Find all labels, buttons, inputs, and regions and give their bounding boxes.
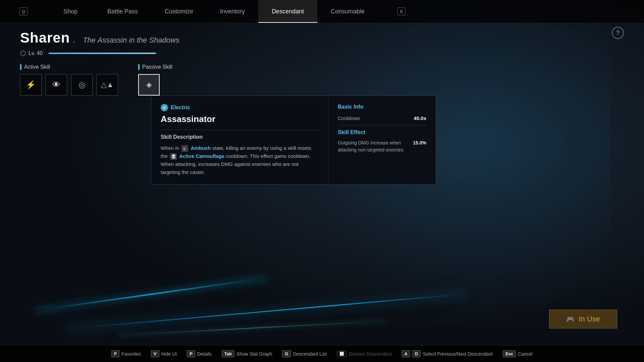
cooldown-value: 45.0s xyxy=(414,115,426,121)
prev-next-label: Select Previous/Next Descendant xyxy=(423,351,493,357)
element-icon: ⚡ xyxy=(161,104,168,111)
in-use-icon: 🎮 xyxy=(566,315,575,323)
dismiss-label: Dismiss Descendant xyxy=(349,351,392,357)
camouflage-highlight: Active Camouflage xyxy=(179,153,224,159)
bottom-stat-graph[interactable]: Tab Show Stat Graph xyxy=(222,350,272,357)
basic-info-title: Basic Info xyxy=(338,104,426,110)
level-progress-fill xyxy=(49,53,156,54)
nav-key-left: Q xyxy=(0,0,47,23)
prev-next-key-2: D xyxy=(412,350,421,357)
desc-before-ambush: When in xyxy=(161,145,179,151)
hide-ui-key: V xyxy=(151,350,159,357)
character-title: The Assassin in the Shadows xyxy=(83,36,179,45)
stat-graph-key: Tab xyxy=(222,350,234,357)
active-skill-group: Active Skill ⚡ 👁 ◎ △▲ xyxy=(20,64,118,96)
character-header: Sharen . The Assassin in the Shadows ⬡ L… xyxy=(0,23,644,61)
passive-skill-group: Passive Skill ◈ xyxy=(138,64,172,96)
details-key: P xyxy=(187,350,195,357)
nav-consumable[interactable]: Consumable xyxy=(317,0,378,23)
cooldown-label: Cooldown xyxy=(338,115,360,121)
ambush-highlight: Ambush xyxy=(191,145,211,151)
effect-value: 15.0% xyxy=(413,139,426,154)
bottom-prev-next[interactable]: A D Select Previous/Next Descendant xyxy=(402,350,493,357)
tooltip-right: Basic Info Cooldown 45.0s Skill Effect O… xyxy=(328,96,436,184)
tooltip-divider-2 xyxy=(338,125,426,125)
descendant-list-label: Descendant List xyxy=(293,351,327,357)
active-skill-icons: ⚡ 👁 ◎ △▲ xyxy=(20,74,118,96)
descendant-list-key: G xyxy=(282,350,291,357)
bottom-hide-ui[interactable]: V Hide UI xyxy=(151,350,177,357)
favorites-label: Favorites xyxy=(121,351,141,357)
tooltip-desc-title: Skill Description xyxy=(161,134,319,140)
help-button[interactable]: ? xyxy=(612,27,624,39)
in-use-button[interactable]: 🎮 In Use xyxy=(549,310,617,328)
nav-key-right: E xyxy=(378,0,425,23)
bottom-favorites[interactable]: F Favorites xyxy=(111,350,141,357)
cooldown-row: Cooldown 45.0s xyxy=(338,115,426,121)
skill-tooltip-panel: ⚡ Electric Assassinator Skill Descriptio… xyxy=(151,96,436,185)
level-icon: ⬡ xyxy=(20,49,26,57)
cancel-key: Esc xyxy=(503,350,516,357)
tooltip-divider-1 xyxy=(161,130,319,130)
nav-shop[interactable]: Shop xyxy=(47,0,94,23)
camouflage-icon: 💀 xyxy=(170,153,177,160)
passive-skill-1[interactable]: ◈ xyxy=(138,74,160,96)
nav-customize[interactable]: Customize xyxy=(151,0,207,23)
element-name: Electric xyxy=(171,105,190,111)
active-skill-3[interactable]: ◎ xyxy=(71,74,93,96)
skills-section: Active Skill ⚡ 👁 ◎ △▲ Passive Skill ◈ xyxy=(0,61,644,99)
effect-row: Outgoing DMG Increase when attacking non… xyxy=(338,139,426,154)
favorites-key: F xyxy=(111,350,119,357)
bottom-bar: F Favorites V Hide UI P Details Tab Show… xyxy=(0,345,644,362)
bottom-cancel[interactable]: Esc Cancel xyxy=(503,350,533,357)
hide-ui-label: Hide UI xyxy=(161,351,177,357)
nav-descendant[interactable]: Descendant xyxy=(258,0,317,23)
level-progress-bar xyxy=(49,53,156,54)
nav-inventory[interactable]: Inventory xyxy=(207,0,258,23)
tooltip-skill-name: Assassinator xyxy=(161,114,319,124)
character-level: ⬡ Lv. 40 xyxy=(20,49,624,57)
level-label: Lv. 40 xyxy=(29,50,43,56)
e-key: E xyxy=(397,7,406,15)
ambush-icon: 🦅 xyxy=(181,145,188,152)
tooltip-desc-text: When in 🦅 Ambush state, killing an enemy… xyxy=(161,144,319,176)
stat-graph-label: Show Stat Graph xyxy=(236,351,272,357)
nav-battle-pass[interactable]: Battle Pass xyxy=(94,0,151,23)
passive-skill-label: Passive Skill xyxy=(138,64,172,70)
passive-skill-icons: ◈ xyxy=(138,74,172,96)
skill-effect-title: Skill Effect xyxy=(338,129,426,135)
character-name: Sharen xyxy=(20,30,70,46)
bottom-descendant-list[interactable]: G Descendant List xyxy=(282,350,327,357)
cancel-label: Cancel xyxy=(518,351,533,357)
details-label: Details xyxy=(197,351,212,357)
active-skill-label: Active Skill xyxy=(20,64,118,70)
active-skill-1[interactable]: ⚡ xyxy=(20,74,42,96)
active-skill-2[interactable]: 👁 xyxy=(46,74,67,96)
q-key: Q xyxy=(19,7,28,15)
dismiss-key: ⬜ xyxy=(337,351,347,357)
effect-desc: Outgoing DMG Increase when attacking non… xyxy=(338,139,406,154)
prev-next-key: A xyxy=(402,350,410,357)
bottom-dismiss: ⬜ Dismiss Descendant xyxy=(337,351,392,357)
tooltip-left: ⚡ Electric Assassinator Skill Descriptio… xyxy=(151,96,328,184)
element-row: ⚡ Electric xyxy=(161,104,319,111)
in-use-label: In Use xyxy=(579,315,600,323)
active-skill-4[interactable]: △▲ xyxy=(97,74,118,96)
top-navigation: Q Shop Battle Pass Customize Inventory D… xyxy=(0,0,644,23)
bottom-details[interactable]: P Details xyxy=(187,350,211,357)
